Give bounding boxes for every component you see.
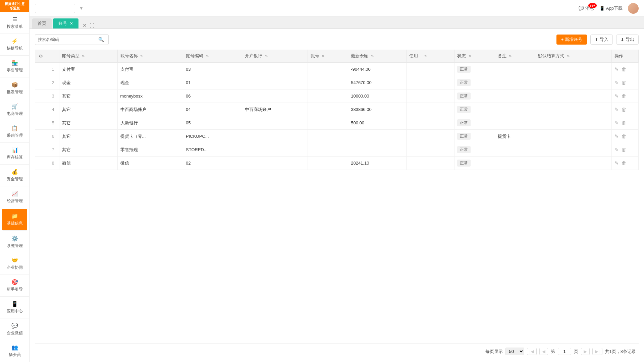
sidebar-item-inventory[interactable]: 📊库存核算 — [0, 143, 29, 165]
row-account-8 — [308, 157, 348, 170]
table-row: 2 现金 现金 01 547670.00 正常 ✎ 🗑 — [35, 76, 639, 89]
row-account-3 — [308, 89, 348, 103]
row-bank-2 — [242, 76, 308, 89]
last-page-button[interactable]: ▶| — [592, 348, 602, 355]
default-settlement-col-header: 默认结算方式 ⇅ — [535, 50, 612, 63]
delete-button-3[interactable]: 🗑 — [622, 93, 627, 99]
messages-button[interactable]: 💬 消息 99+ — [579, 5, 594, 11]
tab-home[interactable]: 首页 — [32, 18, 52, 28]
first-page-button[interactable]: |◀ — [527, 348, 537, 355]
sidebar-icon-inventory: 📊 — [3, 147, 26, 153]
next-page-button[interactable]: ▶ — [581, 348, 590, 355]
row-default-settlement-6 — [535, 130, 612, 143]
sidebar-icon-wholesale-mgmt: 📦 — [3, 81, 26, 88]
sidebar-item-enterprise-wechat[interactable]: 💬企业微信 — [0, 318, 29, 340]
sidebar-icon-retail-mgmt: 🏪 — [3, 60, 26, 66]
account-code-col-header: 账号编码 ⇅ — [183, 50, 242, 63]
table-row: 4 其它 中百商场账户 04 中百商场账户 383866.00 正常 ✎ 🗑 — [35, 103, 639, 116]
edit-button-4[interactable]: ✎ — [614, 107, 619, 113]
delete-button-4[interactable]: 🗑 — [622, 107, 627, 113]
sidebar-icon-search-menu: ☰ — [3, 16, 26, 22]
row-default-settlement-7 — [535, 143, 612, 157]
delete-button-6[interactable]: 🗑 — [622, 133, 627, 139]
edit-button-8[interactable]: ✎ — [614, 160, 619, 166]
row-balance-1: -90444.00 — [348, 63, 407, 76]
edit-button-1[interactable]: ✎ — [614, 66, 619, 72]
logo-text: 畅捷通好生意 乐盟版 — [5, 2, 25, 10]
table-row: 3 其它 moneybosx 06 10000.00 正常 ✎ 🗑 — [35, 89, 639, 103]
top-search-input[interactable] — [35, 4, 75, 13]
page-size-select[interactable]: 50 100 200 — [505, 348, 524, 355]
sidebar-item-enterprise-agreement[interactable]: 🤝企业协同 — [0, 253, 29, 275]
edit-button-5[interactable]: ✎ — [614, 120, 619, 126]
row-code-1: 03 — [183, 63, 242, 76]
edit-button-2[interactable]: ✎ — [614, 80, 619, 86]
edit-button-6[interactable]: ✎ — [614, 133, 619, 139]
sidebar-item-search-menu[interactable]: ☰搜索菜单 — [0, 12, 29, 34]
sidebar-item-quick-nav[interactable]: ⚡快捷导航 — [0, 34, 29, 56]
row-code-2: 01 — [183, 76, 242, 89]
edit-button-7[interactable]: ✎ — [614, 147, 619, 153]
sidebar-item-basic-info[interactable]: 📁基础信息 — [2, 209, 27, 231]
sidebar-item-finance-mgmt[interactable]: 💰资金管理 — [0, 165, 29, 186]
row-bank-4: 中百商场账户 — [242, 103, 308, 116]
import-button[interactable]: ⬆ 导入 — [590, 35, 613, 45]
row-remarks-3 — [495, 89, 535, 103]
toolbar: 🔍 + 新增账号 ⬆ 导入 ⬇ 导出 — [35, 34, 639, 45]
gear-icon[interactable]: ⚙ — [39, 54, 43, 59]
edit-button-3[interactable]: ✎ — [614, 93, 619, 99]
add-account-button[interactable]: + 新增账号 — [556, 35, 587, 45]
sidebar-item-ops-mgmt[interactable]: 📈经营管理 — [0, 186, 29, 208]
row-balance-3: 10000.00 — [348, 89, 407, 103]
row-usage-4 — [407, 103, 454, 116]
page-input[interactable]: 1 — [558, 348, 571, 355]
sidebar-icon-purchase-mgmt: 📋 — [3, 125, 26, 131]
delete-button-7[interactable]: 🗑 — [622, 147, 627, 153]
delete-button-2[interactable]: 🗑 — [622, 80, 627, 86]
export-button[interactable]: ⬇ 导出 — [616, 35, 639, 45]
tab-accounts[interactable]: 账号✕ — [53, 18, 78, 28]
row-num-5: 5 — [47, 116, 59, 130]
sidebar-item-ecommerce-mgmt[interactable]: 🛒电商管理 — [0, 99, 29, 121]
sidebar-item-retail-mgmt[interactable]: 🏪零售管理 — [0, 56, 29, 77]
app-download-button[interactable]: 📱 App下载 — [599, 5, 623, 11]
delete-button-5[interactable]: 🗑 — [622, 120, 627, 126]
sidebar-item-member[interactable]: 👥畅会员 — [0, 340, 29, 362]
prev-page-button[interactable]: ◀ — [539, 348, 548, 355]
row-name-1: 支付宝 — [117, 63, 183, 76]
tab-label-home: 首页 — [38, 20, 46, 26]
row-usage-8 — [407, 157, 454, 170]
sidebar-item-app-center[interactable]: 📱应用中心 — [0, 297, 29, 318]
tab-close-accounts[interactable]: ✕ — [70, 21, 73, 26]
search-box: 🔍 — [35, 34, 109, 45]
close-tab-icon[interactable]: ✕ — [83, 22, 87, 28]
sidebar-icon-ecommerce-mgmt: 🛒 — [3, 103, 26, 110]
sidebar-label-basic-info: 基础信息 — [5, 221, 24, 226]
row-account-4 — [308, 103, 348, 116]
row-status-5: 正常 — [454, 116, 495, 130]
sidebar-item-wholesale-mgmt[interactable]: 📦批发管理 — [0, 77, 29, 99]
maximize-icon[interactable]: ⛶ — [90, 23, 95, 28]
row-type-5: 其它 — [59, 116, 117, 130]
row-bank-8 — [242, 157, 308, 170]
row-code-8: 02 — [183, 157, 242, 170]
row-name-2: 现金 — [117, 76, 183, 89]
sidebar-item-purchase-mgmt[interactable]: 📋采购管理 — [0, 121, 29, 143]
search-input[interactable] — [38, 37, 98, 42]
sidebar-item-beginner-guide[interactable]: 🎯新手引导 — [0, 275, 29, 297]
row-bank-7 — [242, 143, 308, 157]
sidebar-label-ops-mgmt: 经营管理 — [3, 198, 26, 204]
delete-button-1[interactable]: 🗑 — [622, 66, 627, 72]
import-icon: ⬆ — [595, 37, 598, 42]
row-bank-1 — [242, 63, 308, 76]
sidebar-label-quick-nav: 快捷导航 — [3, 46, 26, 51]
sidebar-icon-finance-mgmt: 💰 — [3, 169, 26, 175]
delete-button-8[interactable]: 🗑 — [622, 160, 627, 166]
row-code-5: 05 — [183, 116, 242, 130]
search-icon[interactable]: 🔍 — [98, 37, 104, 42]
row-actions-2: ✎ 🗑 — [612, 76, 639, 89]
sidebar-item-system-mgmt[interactable]: ⚙️系统管理 — [0, 231, 29, 253]
avatar[interactable] — [628, 3, 639, 14]
row-num-2: 2 — [47, 76, 59, 89]
dropdown-icon[interactable]: ▼ — [79, 6, 84, 11]
